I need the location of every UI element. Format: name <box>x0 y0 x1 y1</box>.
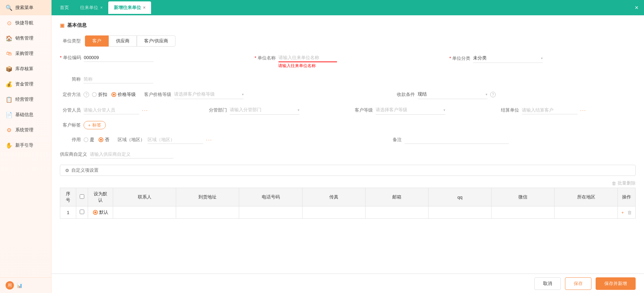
tab-partner[interactable]: 往来单位 × <box>74 1 108 14</box>
unit-type-customer[interactable]: 客户 <box>85 35 109 47</box>
sidebar-item-inventory[interactable]: 📦 库存核算 <box>0 61 51 76</box>
billing-unit-group: 结算单位 ··· <box>498 106 636 114</box>
region-input[interactable] <box>148 136 203 144</box>
short-name-label: 简称 <box>60 76 81 82</box>
tab-partner-close[interactable]: × <box>100 5 103 10</box>
row-wechat[interactable] <box>492 206 555 219</box>
unit-code-group: 单位编码 <box>60 54 246 62</box>
tab-bar-close-button[interactable]: × <box>632 4 641 11</box>
sidebar-item-label: 快捷导航 <box>15 20 33 26</box>
unit-name-input[interactable] <box>278 54 337 62</box>
add-row-btn[interactable]: + <box>621 210 624 215</box>
add-tag-button[interactable]: + 标签 <box>84 121 106 129</box>
tag-btn-label: 标签 <box>92 122 101 128</box>
section-icon: ▣ <box>60 23 64 28</box>
region-more-btn[interactable]: ··· <box>206 137 212 143</box>
sidebar-item-label: 系统管理 <box>15 127 33 133</box>
sidebar-item-finance[interactable]: 💰 资金管理 <box>0 76 51 92</box>
row-address[interactable] <box>176 206 239 219</box>
select-all-checkbox[interactable] <box>80 194 84 199</box>
save-and-new-button[interactable]: 保存并新增 <box>596 277 636 290</box>
row-region[interactable] <box>555 206 618 219</box>
disabled-yes-radio[interactable]: 是 <box>84 137 94 143</box>
manager-group: 分管人员 ··· <box>60 106 198 114</box>
unit-type-row: 单位类型 客户 供应商 客户/供应商 <box>60 35 636 47</box>
unit-code-input[interactable] <box>84 54 154 62</box>
no-radio-circle <box>99 137 103 142</box>
guide-icon: ✋ <box>6 142 13 149</box>
unit-code-label: 单位编码 <box>60 55 81 61</box>
col-index: 序号 <box>60 188 76 206</box>
unit-type-both[interactable]: 客户/供应商 <box>137 35 175 47</box>
sidebar-item-quick-nav[interactable]: ⊙ 快捷导航 <box>0 15 51 31</box>
row-phone[interactable] <box>239 206 302 219</box>
chevron-down-icon3: ▾ <box>486 92 487 96</box>
tag-row: 客户标签 + 标签 <box>60 121 636 129</box>
tab-new-partner-close[interactable]: × <box>143 5 146 10</box>
supplier-custom-label: 供应商自定义 <box>60 151 87 157</box>
payment-help-icon[interactable]: ? <box>490 92 496 97</box>
col-checkbox <box>76 188 88 206</box>
customer-tag-group: 客户标签 + 标签 <box>60 121 636 129</box>
pricing-method-group: 定价方法 ? 折扣 价格等级 <box>60 91 136 98</box>
row-email[interactable] <box>365 206 428 219</box>
department-select[interactable]: 请输入分管部门 ▾ <box>230 105 299 115</box>
short-name-input[interactable] <box>84 75 153 83</box>
tab-home[interactable]: 首页 <box>54 1 74 14</box>
sidebar-item-guide[interactable]: ✋ 新手引导 <box>0 138 51 153</box>
unit-category-select[interactable]: 未分类 ▾ <box>473 54 543 63</box>
custom-settings-button[interactable]: ⚙ 自定义项设置 <box>60 165 636 176</box>
table-row: 1 默认 <box>60 206 636 219</box>
customer-level-select[interactable]: 请选择客户等级 ▾ <box>376 105 445 115</box>
sidebar-item-search[interactable]: 🔍 搜索菜单 <box>0 0 51 15</box>
customer-level-placeholder: 请选择客户等级 <box>376 107 442 113</box>
disabled-no-radio[interactable]: 否 <box>99 137 109 143</box>
disabled-region-row: 停用 是 否 区域（地区） ··· 备注 <box>60 136 636 144</box>
row-qq[interactable] <box>429 206 492 219</box>
region-group: 区域（地区） ··· <box>118 136 372 144</box>
short-name-row: 简称 <box>60 75 636 83</box>
col-address: 到货地址 <box>176 188 239 206</box>
row-checkbox[interactable] <box>76 206 88 219</box>
sidebar-item-sales[interactable]: 🏠 销售管理 <box>0 31 51 46</box>
customer-price-level-placeholder: 请选择客户价格等级 <box>174 91 241 97</box>
unit-name-group: 单位名称 请输入往来单位名称 <box>254 54 441 69</box>
row-index: 1 <box>60 206 76 219</box>
col-phone: 电话号码 <box>239 188 302 206</box>
row-contact[interactable] <box>113 206 176 219</box>
sidebar-item-basic-info[interactable]: 📄 基础信息 <box>0 107 51 122</box>
sidebar-item-purchase[interactable]: 🛍 采购管理 <box>0 46 51 61</box>
row-fax[interactable] <box>302 206 365 219</box>
system-icon: ⚙ <box>6 127 13 133</box>
sidebar-item-label: 资金管理 <box>15 81 33 87</box>
sidebar-item-system[interactable]: ⚙ 系统管理 <box>0 122 51 138</box>
disabled-group: 停用 是 否 <box>60 137 109 143</box>
unit-type-label: 单位类型 <box>60 38 81 44</box>
pricing-level-radio[interactable]: 价格等级 <box>111 91 136 98</box>
batch-delete-label[interactable]: 批量删除 <box>618 180 636 186</box>
cancel-button[interactable]: 取消 <box>534 277 561 290</box>
supplier-custom-row: 供应商自定义 <box>60 150 636 158</box>
col-action: 操作 <box>618 188 635 206</box>
payment-terms-select[interactable]: 现结 ▾ <box>418 90 487 99</box>
customer-price-level-group: 客户价格等级 请选择客户价格等级 ▾ <box>144 90 386 99</box>
pricing-help-icon[interactable]: ? <box>84 92 89 97</box>
manager-more-btn[interactable]: ··· <box>142 107 148 113</box>
tab-new-partner[interactable]: 新增往来单位 × <box>108 1 151 14</box>
billing-unit-input[interactable] <box>522 106 578 114</box>
unit-type-supplier[interactable]: 供应商 <box>109 35 137 47</box>
billing-unit-more-btn[interactable]: ··· <box>580 107 587 113</box>
remark-input[interactable] <box>405 136 509 144</box>
chevron-down-icon2: ▾ <box>242 92 244 96</box>
sidebar-item-label: 基础信息 <box>15 112 33 118</box>
delete-icon: 🗑 <box>612 181 616 186</box>
gear-icon: ⚙ <box>65 168 69 173</box>
save-button[interactable]: 保存 <box>565 277 591 290</box>
pricing-discount-radio[interactable]: 折扣 <box>92 91 107 98</box>
chevron-down-icon: ▾ <box>541 56 543 60</box>
supplier-custom-input[interactable] <box>90 150 173 158</box>
delete-row-btn[interactable]: 🗑 <box>627 210 632 215</box>
manager-input[interactable] <box>84 106 139 114</box>
customer-price-level-select[interactable]: 请选择客户价格等级 ▾ <box>174 90 244 99</box>
sidebar-item-operations[interactable]: 📋 经营管理 <box>0 92 51 107</box>
